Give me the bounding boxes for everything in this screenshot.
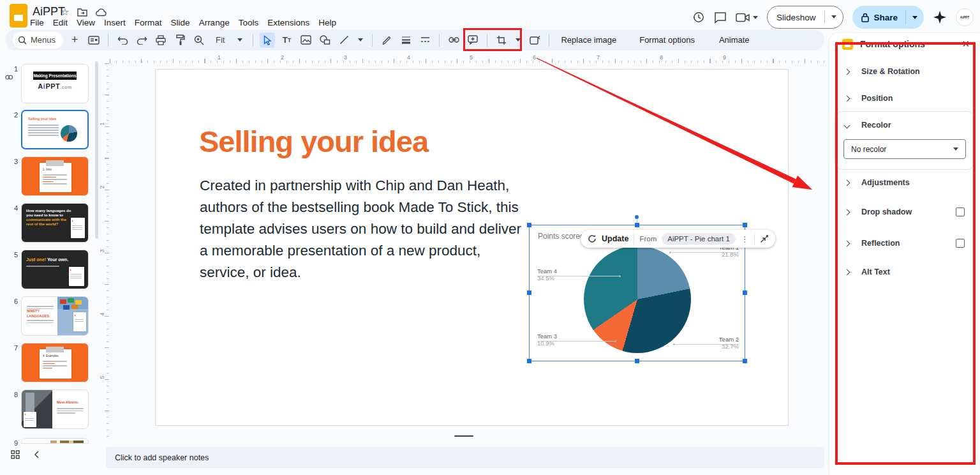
slide-title-text[interactable]: Selling your idea — [199, 124, 428, 159]
speaker-notes-input[interactable]: Click to add speaker notes — [106, 447, 824, 468]
slideshow-button[interactable]: Slideshow — [768, 6, 825, 28]
border-dash-button[interactable] — [417, 33, 433, 48]
crop-image-button[interactable] — [494, 33, 509, 48]
slide-thumbnail-9[interactable] — [21, 438, 89, 444]
comments-icon[interactable] — [714, 11, 727, 24]
reflection-checkbox[interactable] — [956, 239, 965, 248]
chart-update-button[interactable]: Update — [602, 234, 628, 243]
paint-format-button[interactable] — [172, 33, 188, 48]
zoom-button[interactable] — [191, 33, 207, 48]
select-tool-button[interactable] — [260, 33, 275, 48]
menu-edit[interactable]: Edit — [48, 16, 72, 29]
move-folder-icon[interactable] — [77, 8, 87, 17]
slide-thumbnail-6[interactable]: NINETY LANGUAGES ▮ — [21, 296, 89, 336]
zoom-fit-select[interactable]: Fit — [211, 33, 230, 47]
menu-arrange[interactable]: Arrange — [195, 16, 234, 29]
new-slide-button[interactable]: + — [67, 33, 82, 48]
panel-section-alt-text[interactable]: Alt Text — [829, 259, 980, 285]
panel-section-recolor[interactable]: Recolor — [829, 112, 980, 138]
insert-image-button[interactable] — [298, 33, 313, 48]
replace-image-button[interactable]: Replace image — [556, 33, 621, 47]
thumb8-photo: ▮ — [22, 390, 52, 429]
menu-insert[interactable]: Insert — [100, 16, 130, 29]
resize-handle-s[interactable] — [635, 359, 639, 363]
undo-button[interactable] — [115, 33, 130, 48]
panel-section-reflection[interactable]: Reflection — [829, 230, 980, 256]
embedded-pie-chart[interactable]: Points scored Team 1 21.8% Team 2 32.7% … — [530, 225, 745, 361]
cloud-status-icon[interactable] — [96, 8, 107, 17]
slide-thumbnail-2-selected[interactable]: Selling your idea — [21, 110, 89, 149]
unlink-chart-icon[interactable] — [760, 235, 768, 243]
pie-chart-graphic[interactable] — [584, 246, 691, 353]
resize-handle-n[interactable] — [635, 223, 639, 227]
border-weight-button[interactable] — [398, 33, 413, 48]
linked-chart-toolbar: Update From AiPPT - Pie chart 1 ⋮ — [581, 230, 775, 248]
share-button[interactable]: Share — [852, 6, 905, 29]
slide-layout-button[interactable] — [86, 33, 101, 48]
panel-section-drop-shadow[interactable]: Drop shadow — [829, 199, 980, 225]
slide-thumbnail-5[interactable]: Just one! Your own. ▮ — [21, 250, 89, 289]
reset-image-button[interactable] — [527, 33, 542, 48]
resize-handle-ne[interactable] — [743, 223, 747, 227]
insert-shape-button[interactable] — [317, 33, 332, 48]
panel-section-position[interactable]: Position — [829, 86, 980, 111]
notes-resize-handle[interactable] — [454, 435, 473, 437]
resize-handle-se[interactable] — [743, 359, 747, 363]
slides-logo[interactable] — [10, 4, 27, 27]
panel-section-size-rotation[interactable]: Size & Rotation — [829, 59, 980, 84]
slide-thumbnail-4[interactable]: How many languages do you need to know t… — [21, 203, 89, 243]
filmstrip-scrollbar[interactable] — [95, 61, 98, 239]
account-avatar[interactable]: AiPPT — [956, 8, 974, 26]
slide-body-text[interactable]: Created in partnership with Chip and Dan… — [200, 175, 521, 283]
menu-slide[interactable]: Slide — [167, 16, 195, 29]
print-button[interactable] — [153, 33, 168, 48]
text-box-button[interactable]: TT — [279, 33, 294, 48]
format-options-button[interactable]: Format options — [634, 33, 700, 47]
menu-file[interactable]: File — [26, 16, 48, 29]
refresh-icon[interactable] — [588, 234, 597, 243]
insert-link-button[interactable] — [446, 33, 461, 48]
speaker-notes-bar: Click to add speaker notes — [0, 444, 829, 475]
drop-shadow-checkbox[interactable] — [956, 207, 965, 216]
menu-view[interactable]: View — [72, 16, 100, 29]
resize-handle-e[interactable] — [743, 290, 747, 295]
panel-section-adjustments[interactable]: Adjustments — [829, 170, 980, 195]
chart-source-chip[interactable]: AiPPT - Pie chart 1 — [662, 233, 736, 245]
resize-handle-sw[interactable] — [527, 359, 531, 363]
gemini-sparkle-icon[interactable] — [933, 10, 947, 24]
insert-line-button[interactable] — [336, 33, 352, 48]
recolor-dropdown[interactable]: No recolor — [843, 139, 966, 159]
resize-handle-w[interactable] — [527, 290, 531, 295]
meet-caret-icon[interactable] — [753, 16, 758, 19]
panel-close-icon[interactable]: ✕ — [961, 38, 970, 50]
share-caret[interactable] — [905, 10, 924, 24]
slideshow-caret[interactable] — [824, 11, 843, 24]
thumb2-title: Selling your idea — [28, 117, 56, 121]
slide-thumbnail-7[interactable]: 4. Examples — [21, 343, 89, 382]
rotation-handle[interactable] — [635, 215, 639, 219]
slide-thumbnail-3[interactable]: 1. Intro — [21, 156, 89, 196]
grid-view-icon[interactable] — [11, 450, 20, 459]
menus-search-button[interactable]: Menus — [13, 32, 63, 49]
slide-thumbnail-1[interactable]: Making Presentations AiPPT.com — [21, 64, 89, 103]
animate-button[interactable]: Animate — [714, 33, 755, 47]
pie-label-team4: Team 4 34.5% — [537, 268, 557, 282]
slide-filmstrip: 1 Making Presentations AiPPT.com 2 Selli… — [0, 56, 102, 444]
mask-image-caret-icon[interactable] — [516, 38, 521, 41]
fit-caret-icon[interactable] — [237, 38, 242, 41]
menu-help[interactable]: Help — [314, 16, 341, 29]
collapse-filmstrip-icon[interactable] — [34, 451, 39, 458]
menu-tools[interactable]: Tools — [234, 16, 264, 29]
version-history-icon[interactable] — [692, 11, 705, 24]
slide-thumbnail-8[interactable]: ▮ Meet Alberto. — [21, 389, 89, 429]
resize-handle-nw[interactable] — [527, 223, 531, 227]
chart-more-menu-icon[interactable]: ⋮ — [741, 234, 749, 244]
meet-camera-icon[interactable] — [736, 13, 758, 22]
thumb7-title: 4. Examples — [43, 354, 59, 358]
menu-extensions[interactable]: Extensions — [263, 16, 314, 29]
border-color-button[interactable] — [379, 33, 394, 48]
line-caret-icon[interactable] — [358, 38, 363, 41]
add-comment-button[interactable] — [465, 33, 480, 48]
redo-button[interactable] — [134, 33, 149, 48]
menu-format[interactable]: Format — [130, 16, 167, 29]
